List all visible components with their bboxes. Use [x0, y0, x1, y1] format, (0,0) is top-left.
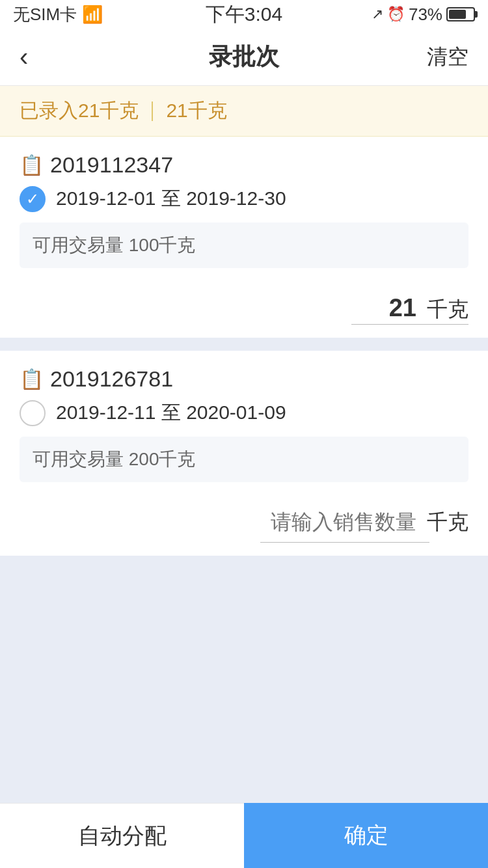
sim-text: 无SIM卡: [13, 3, 77, 26]
battery-percentage: 73%: [409, 5, 442, 25]
batch-1-quantity-unit: 千克: [427, 295, 468, 324]
batch-1-quantity-value: 21: [389, 294, 416, 322]
section-separator: [0, 338, 488, 351]
batch-2-id: 2019126781: [50, 366, 173, 392]
battery-icon: [446, 7, 475, 21]
batch-1-icon: 📋: [20, 154, 44, 176]
batch-2-input-line: 千克: [20, 508, 468, 537]
location-icon: ↗: [372, 6, 383, 23]
batch-2-input-underline: [260, 542, 429, 543]
batch-1-id: 2019112347: [50, 152, 173, 178]
confirm-button[interactable]: 确定: [244, 803, 488, 868]
batch-2-radio[interactable]: [20, 400, 46, 426]
batch-2-quantity-input[interactable]: [156, 510, 416, 534]
batch-2-date: 2019-12-11 至 2020-01-09: [56, 400, 286, 426]
batch-1-date-row: 2019-12-01 至 2019-12-30: [20, 185, 468, 212]
batch-1-quantity-line: 21 千克: [389, 294, 468, 324]
bottom-bar: 自动分配 确定: [0, 803, 488, 868]
status-bar-right: ↗ ⏰ 73%: [372, 5, 475, 25]
batch-item-1[interactable]: 📋 2019112347 2019-12-01 至 2019-12-30 可用交…: [0, 137, 488, 284]
alarm-icon: ⏰: [387, 6, 405, 23]
banner-divider: [152, 102, 153, 121]
batch-1-header: 📋 2019112347: [20, 152, 468, 178]
empty-area: [0, 556, 488, 816]
batch-2-availability: 可用交易量 200千克: [20, 437, 468, 482]
batch-1-radio[interactable]: [20, 186, 46, 212]
wifi-icon: 📶: [82, 5, 103, 25]
entered-label: 已录入21千克: [20, 98, 139, 124]
batch-item-2[interactable]: 📋 2019126781 2019-12-11 至 2020-01-09 可用交…: [0, 351, 488, 498]
auto-distribute-button[interactable]: 自动分配: [0, 803, 244, 868]
batch-1-availability: 可用交易量 100千克: [20, 223, 468, 268]
batch-1-quantity-wrapper: 21 千克: [0, 284, 488, 338]
status-bar-left: 无SIM卡 📶: [13, 3, 103, 26]
batch-2-unit: 千克: [427, 508, 468, 537]
batch-2-input-section: 千克: [0, 498, 488, 556]
back-button[interactable]: ‹: [20, 42, 59, 72]
status-bar: 无SIM卡 📶 下午3:04 ↗ ⏰ 73%: [0, 0, 488, 29]
nav-bar: ‹ 录批次 清空: [0, 29, 488, 86]
batch-2-date-row: 2019-12-11 至 2020-01-09: [20, 400, 468, 426]
batch-1-quantity-underline: [351, 324, 468, 325]
batch-2-header: 📋 2019126781: [20, 366, 468, 392]
page-title: 录批次: [209, 41, 279, 73]
batch-2-icon: 📋: [20, 368, 44, 390]
status-bar-time: 下午3:04: [206, 1, 282, 28]
batch-1-date: 2019-12-01 至 2019-12-30: [56, 185, 286, 212]
total-label: 21千克: [166, 98, 226, 124]
main-content: 已录入21千克 21千克 📋 2019112347 2019-12-01 至 2…: [0, 86, 488, 868]
clear-button[interactable]: 清空: [427, 43, 468, 72]
info-banner: 已录入21千克 21千克: [0, 86, 488, 137]
